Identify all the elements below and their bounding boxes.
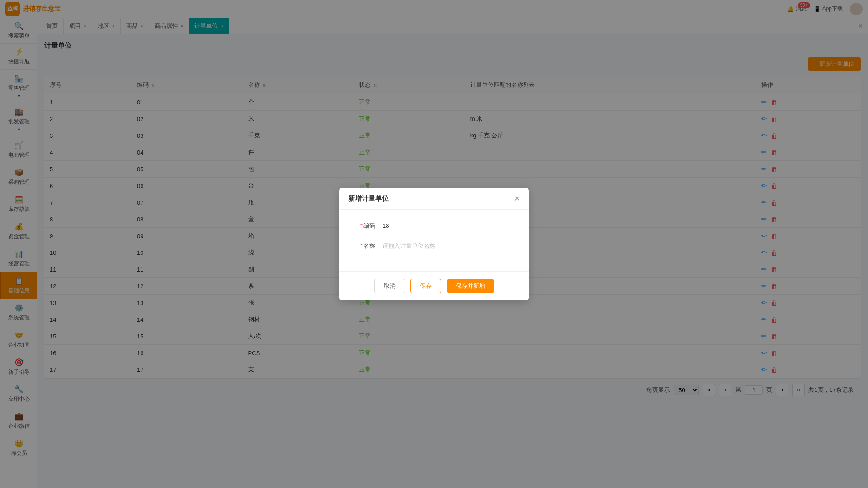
cancel-button[interactable]: 取消 bbox=[374, 279, 405, 293]
code-label: *编码 bbox=[348, 222, 375, 230]
form-row-code: *编码 bbox=[348, 221, 520, 231]
name-input[interactable] bbox=[380, 240, 520, 251]
add-unit-modal: 新增计量单位 ✕ *编码 *名称 取消 保存 保存并新增 bbox=[339, 188, 529, 300]
modal-title: 新增计量单位 bbox=[348, 194, 389, 203]
save-button[interactable]: 保存 bbox=[410, 279, 441, 293]
name-label: *名称 bbox=[348, 242, 375, 250]
modal-close-button[interactable]: ✕ bbox=[514, 194, 520, 203]
required-mark2: * bbox=[360, 242, 363, 249]
modal-body: *编码 *名称 bbox=[339, 210, 529, 271]
modal-overlay[interactable]: 新增计量单位 ✕ *编码 *名称 取消 保存 保存并新增 bbox=[0, 0, 868, 488]
form-row-name: *名称 bbox=[348, 240, 520, 251]
modal-footer: 取消 保存 保存并新增 bbox=[339, 271, 529, 300]
required-mark: * bbox=[360, 222, 363, 229]
modal-header: 新增计量单位 ✕ bbox=[339, 188, 529, 210]
code-input[interactable] bbox=[380, 221, 520, 231]
save-continue-button[interactable]: 保存并新增 bbox=[447, 279, 494, 293]
